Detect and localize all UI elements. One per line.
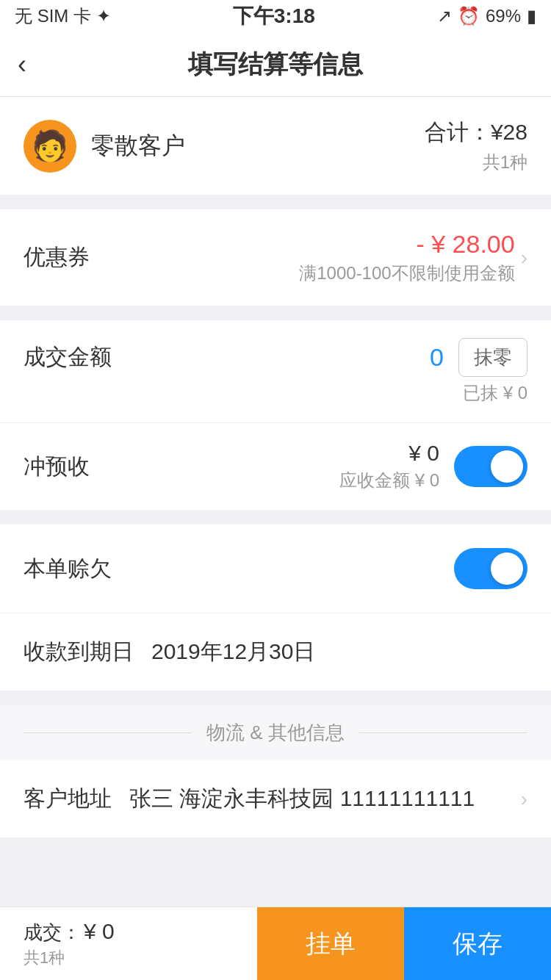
- customer-left: 🧑 零散客户: [24, 120, 185, 173]
- address-value: 张三 海淀永丰科技园 11111111111: [129, 784, 521, 814]
- due-date-label: 收款到期日: [24, 637, 134, 667]
- prepay-toggle[interactable]: [454, 446, 527, 487]
- alarm-icon: ⏰: [458, 6, 480, 26]
- prepay-label: 冲预收: [24, 452, 90, 482]
- due-date-value: 2019年12月30日: [151, 637, 315, 667]
- coupon-section: 优惠券 - ¥ 28.00 满1000-100不限制使用金额 ›: [0, 209, 551, 306]
- bottom-deal-label: 成交：: [24, 920, 81, 945]
- deal-amount-sub: 已抹 ¥ 0: [24, 381, 527, 405]
- divider-4: [0, 691, 551, 705]
- logistics-header: 物流 & 其他信息: [0, 705, 551, 760]
- prepay-top: 冲预收 ¥ 0 应收金额 ¥ 0: [24, 441, 527, 492]
- deal-amount-top: 成交金额 0 抹零: [24, 338, 527, 377]
- pending-button[interactable]: 挂单: [257, 907, 404, 980]
- address-row[interactable]: 客户地址 张三 海淀永丰科技园 11111111111 ›: [0, 760, 551, 837]
- round-zero-button[interactable]: 抹零: [458, 338, 527, 377]
- coupon-label: 优惠券: [24, 242, 90, 273]
- save-button[interactable]: 保存: [404, 907, 551, 980]
- coupon-chevron-icon: ›: [521, 246, 527, 270]
- avatar: 🧑: [24, 120, 76, 173]
- status-right: ↗ ⏰ 69% ▮: [437, 6, 536, 26]
- battery-level: 69%: [486, 6, 521, 26]
- prepay-row: 冲预收 ¥ 0 应收金额 ¥ 0: [0, 423, 551, 510]
- logistics-line-right: [359, 732, 527, 733]
- coupon-subtext: 满1000-100不限制使用金额: [299, 262, 514, 285]
- customer-section: 🧑 零散客户 合计：¥28 共1种: [0, 97, 551, 195]
- logistics-line-left: [24, 732, 192, 733]
- deal-amount-value: 0: [430, 343, 444, 372]
- address-label: 客户地址: [24, 784, 112, 814]
- bottom-deal-value: ¥ 0: [84, 919, 115, 944]
- divider-2: [0, 306, 551, 320]
- battery-icon: ▮: [527, 6, 536, 26]
- deal-amount-label: 成交金额: [24, 342, 112, 372]
- status-time: 下午3:18: [233, 2, 315, 30]
- prepay-right: ¥ 0 应收金额 ¥ 0: [339, 441, 527, 492]
- deal-value-wrap: 0 抹零: [430, 338, 527, 377]
- status-left: 无 SIM 卡 ✦: [15, 4, 111, 28]
- divider-1: [0, 195, 551, 209]
- customer-count: 共1种: [425, 151, 527, 174]
- coupon-row[interactable]: 优惠券 - ¥ 28.00 满1000-100不限制使用金额 ›: [0, 209, 551, 306]
- back-button[interactable]: ‹: [18, 49, 26, 80]
- customer-name: 零散客户: [91, 130, 185, 162]
- credit-toggle[interactable]: [454, 548, 527, 589]
- deal-amount-row: 成交金额 0 抹零 已抹 ¥ 0: [0, 320, 551, 423]
- location-icon: ↗: [437, 6, 452, 26]
- page-title: 填写结算等信息: [188, 48, 363, 82]
- logistics-label: 物流 & 其他信息: [206, 720, 345, 746]
- credit-row: 本单赊欠: [0, 525, 551, 613]
- nav-bar: ‹ 填写结算等信息: [0, 32, 551, 97]
- customer-total: 合计：¥28: [425, 118, 527, 148]
- bottom-bar: 成交： ¥ 0 共1种 挂单 保存: [0, 907, 551, 980]
- address-chevron-icon: ›: [521, 788, 527, 811]
- prepay-value-wrap: ¥ 0 应收金额 ¥ 0: [339, 441, 439, 492]
- deal-section: 成交金额 0 抹零 已抹 ¥ 0 冲预收 ¥ 0 应收金额 ¥ 0: [0, 320, 551, 510]
- bottom-deal-count: 共1种: [24, 947, 234, 969]
- divider-3: [0, 510, 551, 525]
- prepay-value: ¥ 0: [339, 441, 439, 466]
- customer-row: 🧑 零散客户 合计：¥28 共1种: [0, 97, 551, 195]
- due-date-row: 收款到期日 2019年12月30日: [0, 613, 551, 691]
- bottom-info: 成交： ¥ 0 共1种: [0, 907, 257, 980]
- prepay-sub: 应收金额 ¥ 0: [339, 469, 439, 492]
- coupon-discount: - ¥ 28.00: [416, 230, 514, 259]
- coupon-right: - ¥ 28.00 满1000-100不限制使用金额: [299, 230, 514, 285]
- sim-status: 无 SIM 卡 ✦: [15, 4, 111, 28]
- credit-section: 本单赊欠 收款到期日 2019年12月30日: [0, 525, 551, 691]
- status-bar: 无 SIM 卡 ✦ 下午3:18 ↗ ⏰ 69% ▮: [0, 0, 551, 32]
- customer-right: 合计：¥28 共1种: [425, 118, 527, 174]
- avatar-icon: 🧑: [32, 129, 68, 163]
- credit-label: 本单赊欠: [24, 554, 112, 584]
- address-section: 客户地址 张三 海淀永丰科技园 11111111111 ›: [0, 760, 551, 837]
